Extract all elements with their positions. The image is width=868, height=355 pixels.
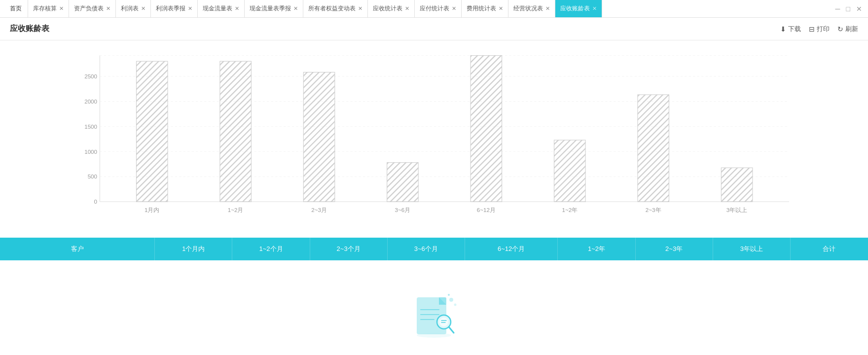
tab-receivable-stats[interactable]: 应收统计表 ✕ [368,0,415,18]
close-button[interactable]: ✕ [854,3,864,15]
tab-close-profit-q[interactable]: ✕ [188,5,192,12]
col-1-2year: 1~2年 [558,238,635,260]
maximize-button[interactable]: □ [844,3,852,15]
refresh-button[interactable]: ↻ 刷新 [837,25,858,34]
tab-close-recv-stats[interactable]: ✕ [405,5,409,12]
tab-receivable-aging[interactable]: 应收账龄表 ✕ [555,0,602,18]
empty-state [0,260,868,355]
svg-line-40 [449,327,454,333]
col-6-12month: 6~12个月 [465,238,558,260]
tab-close-cashflow[interactable]: ✕ [235,5,239,12]
svg-text:2~3年: 2~3年 [646,207,661,213]
svg-text:6~12月: 6~12月 [477,207,496,213]
refresh-icon: ↻ [837,25,843,33]
page-title: 应收账龄表 [10,24,49,34]
empty-illustration [407,290,461,339]
svg-rect-23 [721,168,753,202]
tab-close-expense[interactable]: ✕ [499,5,503,12]
tab-balance-sheet[interactable]: 资产负债表 ✕ [69,0,116,18]
svg-text:2000: 2000 [84,98,97,105]
tab-home[interactable]: 首页 [4,0,28,18]
col-1month: 1个月内 [155,238,232,260]
svg-text:2~3月: 2~3月 [311,207,327,213]
svg-rect-18 [303,72,335,202]
tab-inventory[interactable]: 库存核算 ✕ [28,0,69,18]
table-header: 客户 1个月内 1~2个月 2~3个月 3~6个月 6~12个月 1~2年 2~… [0,238,868,260]
chart-area: 0 500 1000 1500 2000 2500 [0,40,868,238]
tab-equity-change[interactable]: 所有者权益变动表 ✕ [303,0,368,18]
tab-cashflow[interactable]: 现金流量表 ✕ [198,0,245,18]
col-2-3year: 2~3年 [636,238,713,260]
svg-point-45 [448,294,450,296]
window-actions: ─ □ ✕ [830,3,864,15]
tab-profit[interactable]: 利润表 ✕ [116,0,151,18]
tab-close-ops[interactable]: ✕ [545,5,550,12]
page-actions: ⬇ 下载 ⊟ 打印 ↻ 刷新 [780,25,858,34]
svg-point-43 [449,298,453,302]
tab-close-pay-stats[interactable]: ✕ [452,5,456,12]
tab-operations[interactable]: 经营状况表 ✕ [508,0,555,18]
svg-text:1~2年: 1~2年 [562,207,578,213]
page-header: 应收账龄表 ⬇ 下载 ⊟ 打印 ↻ 刷新 [0,18,868,40]
print-icon: ⊟ [809,25,815,33]
svg-text:1000: 1000 [84,148,97,155]
svg-text:3年以上: 3年以上 [726,207,747,213]
col-customer: 客户 [0,238,155,260]
svg-point-39 [439,318,448,326]
tab-payable-stats[interactable]: 应付统计表 ✕ [415,0,462,18]
tab-close-equity[interactable]: ✕ [358,5,362,12]
main-content: 0 500 1000 1500 2000 2500 [0,40,868,355]
download-button[interactable]: ⬇ 下载 [780,25,801,34]
col-2-3month: 2~3个月 [310,238,388,260]
tab-profit-quarterly[interactable]: 利润表季报 ✕ [151,0,198,18]
col-3-6month: 3~6个月 [388,238,465,260]
svg-rect-34 [439,297,446,305]
minimize-button[interactable]: ─ [833,3,842,15]
download-icon: ⬇ [780,25,786,33]
col-1-2month: 1~2个月 [232,238,310,260]
svg-rect-17 [220,61,252,202]
tab-close-profit[interactable]: ✕ [141,5,145,12]
tab-close-balance[interactable]: ✕ [106,5,110,12]
svg-point-44 [454,304,457,306]
svg-text:0: 0 [94,198,98,205]
col-3plus: 3年以上 [713,238,791,260]
svg-text:2500: 2500 [84,73,97,79]
tab-bar: 首页 库存核算 ✕ 资产负债表 ✕ 利润表 ✕ 利润表季报 ✕ 现金流量表 ✕ … [0,0,868,18]
svg-rect-22 [638,95,669,202]
svg-rect-16 [136,61,168,202]
bar-chart: 0 500 1000 1500 2000 2500 [15,50,853,228]
svg-rect-20 [470,56,502,202]
col-total: 合计 [791,238,868,260]
svg-rect-21 [554,140,586,202]
tab-expense-stats[interactable]: 费用统计表 ✕ [462,0,508,18]
tab-close-aging[interactable]: ✕ [592,5,597,12]
svg-text:3~6月: 3~6月 [395,207,411,213]
print-button[interactable]: ⊟ 打印 [809,25,830,34]
tab-close-inventory[interactable]: ✕ [59,5,64,12]
svg-text:1~2月: 1~2月 [228,207,244,213]
tab-cashflow-quarterly[interactable]: 现金流量表季报 ✕ [245,0,303,18]
svg-text:1月内: 1月内 [145,207,159,213]
svg-text:1500: 1500 [84,123,97,130]
svg-rect-19 [387,163,419,202]
svg-text:500: 500 [88,173,98,179]
tab-close-cashflow-q[interactable]: ✕ [293,5,298,12]
